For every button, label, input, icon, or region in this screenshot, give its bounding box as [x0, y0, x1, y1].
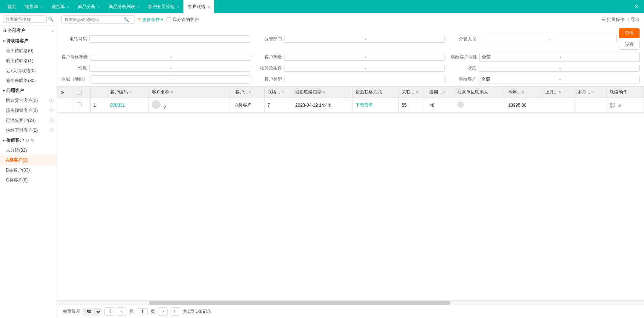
- last-method-link[interactable]: 下销货单: [355, 102, 373, 107]
- classB-label: B类客户(33): [6, 167, 30, 173]
- sidebar-item-lost[interactable]: 已流失客户(24) ⓘ: [0, 116, 57, 126]
- first-page-btn[interactable]: 《: [104, 307, 114, 316]
- sort-icon[interactable]: ⇅: [443, 90, 446, 94]
- sort-icon[interactable]: ⇅: [129, 90, 132, 94]
- sidebar-item-declining[interactable]: 持续下滑客户(2) ⓘ: [0, 126, 57, 135]
- payment-label: 收付款条件: [256, 65, 282, 71]
- row-checkbox[interactable]: [77, 102, 82, 107]
- chevron-down-icon: ▾: [559, 55, 637, 59]
- sidebar-item-classB[interactable]: B类客户(33): [0, 165, 57, 175]
- th-index: [90, 87, 107, 98]
- manager-select[interactable]: ···: [479, 35, 617, 43]
- sidebar-item-classA[interactable]: A类客户(1): [0, 155, 57, 165]
- sort-icon[interactable]: ⇅: [522, 90, 525, 94]
- scrollbar-thumb[interactable]: [149, 301, 450, 305]
- checkbox-icon[interactable]: [166, 17, 171, 22]
- nav-sales[interactable]: 销售单 ×: [21, 0, 47, 13]
- search-icon[interactable]: 🔍: [124, 17, 129, 22]
- sidebar-item-overdue[interactable]: 逾期未联络(30): [0, 76, 57, 86]
- sidebar-search-input[interactable]: [3, 15, 47, 23]
- close-icon[interactable]: ×: [208, 5, 210, 9]
- last-page-btn[interactable]: 》: [171, 307, 180, 316]
- sidebar-item-tomorrow[interactable]: 明天待联络(1): [0, 56, 57, 66]
- collapse-sidebar-icon[interactable]: ‹: [52, 28, 54, 34]
- sidebar: 🔍 ⠿ 全部客户 ‹ ▾ 待联络客户 今天待联络(0) 明天待联络(1) 近7天…: [0, 13, 57, 318]
- nav-purchase[interactable]: 进货单 ×: [47, 0, 74, 13]
- customer-grade-select[interactable]: ▾: [284, 54, 445, 61]
- edit-icon[interactable]: ✎: [31, 138, 34, 143]
- gear-icon[interactable]: ⚙: [60, 90, 64, 95]
- th-last-contact-method: 最后联络方式: [352, 87, 398, 98]
- nav-product-analysis[interactable]: 商品分析 ×: [74, 0, 104, 13]
- sidebar-item-classC[interactable]: C类客户(6): [0, 175, 57, 185]
- close-icon[interactable]: ×: [67, 5, 69, 9]
- sort-icon[interactable]: ⇅: [323, 90, 326, 94]
- refresh-icon[interactable]: ↻: [25, 138, 29, 143]
- status-select[interactable]: ▾: [479, 65, 640, 72]
- sort-icon[interactable]: ⇅: [591, 90, 594, 94]
- sidebar-item-today[interactable]: 今天待联络(0): [0, 46, 57, 56]
- sidebar-problem-section[interactable]: ▾ 问题客户: [0, 86, 57, 96]
- prev-page-btn[interactable]: ＜: [117, 307, 126, 316]
- price-grade-select[interactable]: ▾: [90, 54, 250, 61]
- qr-icon[interactable]: ⊞: [618, 103, 621, 108]
- phone-input[interactable]: [89, 35, 250, 43]
- close-icon[interactable]: ×: [137, 5, 140, 9]
- sort-icon[interactable]: ⇅: [249, 90, 252, 94]
- close-icon[interactable]: ×: [40, 5, 43, 9]
- sidebar-item-ungrouped[interactable]: 未分组(32): [0, 145, 57, 155]
- sidebar-value-section[interactable]: ▾ 价值客户 ↻ ✎: [0, 135, 57, 145]
- more-conditions-btn[interactable]: ▽ 更多条件 ▾: [138, 17, 163, 23]
- nav-customer-layered[interactable]: 客户分层经营 ×: [144, 0, 183, 13]
- export-button[interactable]: ↑ 导出: [627, 17, 640, 23]
- sidebar-pending-section[interactable]: ▾ 待联络客户: [0, 36, 57, 46]
- sort-icon[interactable]: ⇅: [415, 90, 418, 94]
- customer-type-input[interactable]: [284, 76, 445, 83]
- problem-section-label: 问题客户: [6, 88, 24, 94]
- region-select[interactable]: ···: [90, 75, 250, 84]
- search-input[interactable]: [65, 17, 124, 22]
- td-name: ?: [149, 98, 232, 113]
- sort-icon[interactable]: ⇅: [559, 90, 562, 94]
- query-button[interactable]: 查询: [619, 28, 640, 38]
- sidebar-search-icon[interactable]: 🔍: [48, 17, 54, 22]
- global-close-button[interactable]: ×: [632, 3, 641, 10]
- sidebar-item-abnormal[interactable]: 回购异常客户(2) ⓘ: [0, 96, 57, 106]
- bulk-op-button[interactable]: ☰ 批量操作: [602, 17, 625, 23]
- sort-icon[interactable]: ⇅: [281, 90, 284, 94]
- nav-product-analysis-list[interactable]: 商品分析列表 ×: [104, 0, 144, 13]
- payment-select[interactable]: ▾: [284, 65, 445, 72]
- page-size-select[interactable]: 50 100 200: [83, 308, 101, 315]
- filter-icon: ▽: [138, 17, 141, 22]
- next-page-btn[interactable]: ＞: [158, 307, 168, 316]
- horizontal-scrollbar[interactable]: [57, 300, 644, 305]
- setting-button[interactable]: 设置: [619, 40, 640, 50]
- my-customers-checkbox[interactable]: 我分管的客户: [166, 17, 199, 23]
- table-footer: 每页显示 50 100 200 《 ＜ 第 页 ＞ 》 共1页 1条记录: [57, 305, 644, 318]
- th-type: 客户... ⇅: [232, 87, 264, 98]
- nature-select[interactable]: ▾: [89, 65, 250, 72]
- sidebar-item-losswarning[interactable]: 流失预警客户(3) ⓘ: [0, 106, 57, 116]
- sort-icon[interactable]: ⇅: [171, 90, 173, 94]
- sparse-customer-select[interactable]: 全部 ▾: [479, 75, 640, 84]
- chat-icon[interactable]: 💬: [610, 103, 615, 108]
- page-input[interactable]: [137, 308, 148, 315]
- value-section-label: 价值客户: [6, 137, 24, 144]
- nav-home[interactable]: 首页: [3, 0, 21, 13]
- td-index: 1: [90, 98, 107, 113]
- sidebar-item-7days[interactable]: 近7天待联络(0): [0, 66, 57, 76]
- list-icon: ☰: [602, 17, 606, 22]
- sparse-attr-select[interactable]: 全部 ▾: [479, 53, 640, 62]
- nav-customer-contact[interactable]: 客户联络 ×: [183, 0, 214, 13]
- triangle-down-icon: ▾: [3, 89, 5, 93]
- td-this-year: 10995.00: [505, 98, 542, 113]
- th-last-month: 上月... ⇅: [542, 87, 574, 98]
- close-icon[interactable]: ×: [98, 5, 100, 9]
- dots-icon: ···: [170, 77, 248, 82]
- close-icon[interactable]: ×: [177, 5, 179, 9]
- select-all-checkbox[interactable]: [77, 90, 82, 95]
- th-type-label: 客户...: [235, 89, 248, 95]
- dept-select[interactable]: ▾: [284, 36, 445, 43]
- sidebar-all-customers[interactable]: ⠿ 全部客户 ‹: [0, 25, 57, 36]
- table-row: 1 000031 ? A类客户 7 2023-04-12 14:44: 下销货单…: [57, 98, 644, 113]
